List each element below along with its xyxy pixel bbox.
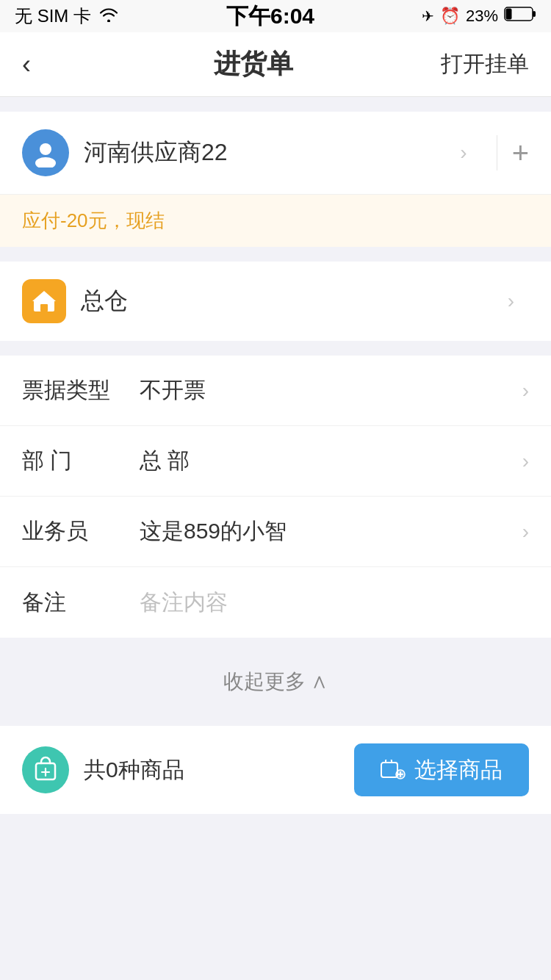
carrier-label: 无 SIM 卡 bbox=[15, 4, 91, 28]
status-time: 下午6:04 bbox=[226, 1, 314, 32]
section-gap-1 bbox=[0, 97, 551, 112]
form-section: 票据类型 不开票 › 部 门 总 部 › 业务员 这是859的小智 › 备注 备… bbox=[0, 356, 551, 638]
supplier-chevron-icon: › bbox=[460, 141, 467, 165]
invoice-type-label: 票据类型 bbox=[22, 375, 125, 406]
svg-rect-7 bbox=[40, 304, 48, 311]
svg-marker-6 bbox=[32, 291, 56, 301]
page-title: 进货单 bbox=[214, 46, 293, 82]
remark-row[interactable]: 备注 备注内容 bbox=[0, 567, 551, 638]
bottom-bar: 共0种商品 选择商品 bbox=[0, 726, 551, 814]
department-chevron-icon: › bbox=[522, 450, 529, 473]
warehouse-chevron-icon: › bbox=[508, 289, 514, 313]
invoice-type-row[interactable]: 票据类型 不开票 › bbox=[0, 356, 551, 426]
invoice-type-value: 不开票 bbox=[125, 375, 522, 406]
svg-point-4 bbox=[35, 157, 56, 167]
salesperson-chevron-icon: › bbox=[522, 520, 529, 544]
select-product-label: 选择商品 bbox=[414, 755, 503, 785]
status-right: ✈ ⏰ 23% bbox=[422, 6, 536, 26]
salesperson-row[interactable]: 业务员 这是859的小智 › bbox=[0, 497, 551, 567]
department-label: 部 门 bbox=[22, 446, 125, 476]
svg-rect-1 bbox=[505, 9, 511, 20]
collapse-label: 收起更多 ∧ bbox=[223, 668, 328, 696]
department-value: 总 部 bbox=[125, 446, 522, 476]
warehouse-name: 总仓 bbox=[81, 285, 508, 317]
salesperson-value: 这是859的小智 bbox=[125, 516, 522, 547]
supplier-card: 河南供应商22 › + 应付-20元，现结 bbox=[0, 112, 551, 247]
warehouse-icon bbox=[22, 279, 66, 323]
svg-rect-2 bbox=[533, 11, 536, 17]
invoice-type-chevron-icon: › bbox=[522, 379, 529, 403]
supplier-name: 河南供应商22 bbox=[84, 137, 460, 169]
wifi-icon bbox=[98, 6, 119, 26]
salesperson-label: 业务员 bbox=[22, 516, 125, 547]
supplier-avatar bbox=[22, 129, 69, 176]
nav-bar: ‹ 进货单 打开挂单 bbox=[0, 32, 551, 97]
notice-text: 应付-20元，现结 bbox=[22, 209, 165, 231]
alarm-icon: ⏰ bbox=[440, 7, 460, 26]
add-supplier-button[interactable]: + bbox=[512, 138, 529, 167]
battery-label: 23% bbox=[466, 7, 498, 26]
product-count-label: 共0种商品 bbox=[84, 755, 339, 785]
open-pending-button[interactable]: 打开挂单 bbox=[441, 49, 529, 79]
notice-bar: 应付-20元，现结 bbox=[0, 195, 551, 247]
remark-label: 备注 bbox=[22, 588, 125, 618]
battery-icon bbox=[504, 6, 536, 26]
remark-input[interactable]: 备注内容 bbox=[125, 588, 529, 618]
location-icon: ✈ bbox=[422, 7, 434, 25]
department-row[interactable]: 部 门 总 部 › bbox=[0, 426, 551, 497]
back-button[interactable]: ‹ bbox=[22, 49, 66, 80]
status-left: 无 SIM 卡 bbox=[15, 4, 119, 28]
svg-rect-11 bbox=[381, 763, 397, 777]
collapse-toggle[interactable]: 收起更多 ∧ bbox=[0, 652, 551, 711]
vertical-divider bbox=[497, 135, 497, 170]
warehouse-row[interactable]: 总仓 › bbox=[0, 262, 551, 341]
product-icon bbox=[22, 746, 69, 793]
svg-point-3 bbox=[40, 143, 51, 155]
supplier-row[interactable]: 河南供应商22 › + bbox=[0, 112, 551, 195]
select-product-button[interactable]: 选择商品 bbox=[354, 743, 529, 796]
status-bar: 无 SIM 卡 下午6:04 ✈ ⏰ 23% bbox=[0, 0, 551, 32]
